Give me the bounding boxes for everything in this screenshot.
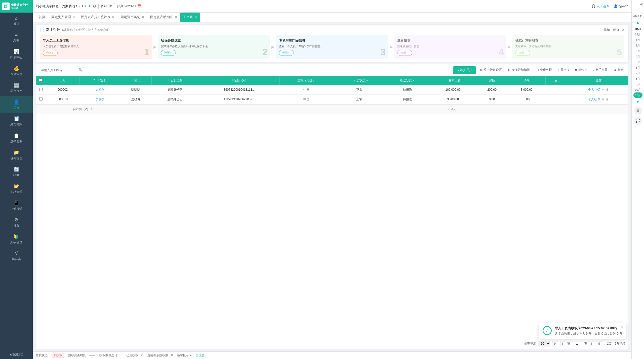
nav-icon-11: 📱 — [14, 200, 19, 206]
month-item-10月[interactable]: 10月 — [633, 87, 642, 92]
tab-工资表[interactable]: 工资表✕ — [180, 13, 200, 22]
consult-link[interactable]: 🎧 人工咨询 — [591, 4, 610, 9]
nav-icon-13: 🔰 — [14, 234, 19, 239]
sidebar-item-发票管理[interactable]: 🧾发票管理 — [0, 113, 33, 130]
next-year-btn[interactable]: ▼ — [636, 99, 640, 104]
sidebar-item-固定资产[interactable]: 🏢固定资产 — [0, 79, 33, 96]
month-item-11月[interactable]: 11月 — [633, 92, 642, 98]
add-account-btn[interactable]: + — [88, 4, 91, 9]
step-btn-1[interactable]: 设置＞ — [161, 50, 176, 56]
tab-close-3[interactable]: ✕ — [142, 15, 144, 19]
month-item-5月[interactable]: 5月 — [633, 59, 642, 65]
tab-固定资产类别[interactable]: 固定资产类别✕ — [117, 13, 147, 22]
special-deduction-btn[interactable]: ⊕ 专项附加扣除 — [506, 67, 532, 73]
tab-固定资产明细账[interactable]: 固定资产明细账✕ — [147, 13, 180, 22]
guide-btn[interactable]: ? 新手引导 — [591, 67, 610, 73]
step-btn-2[interactable]: 查看＞ — [279, 50, 294, 56]
sidebar-item-归档管理[interactable]: 📂归档管理 — [0, 180, 33, 197]
row-name-0[interactable]: 徐泽华 — [79, 85, 120, 95]
go-auth-link[interactable]: 去充值 — [196, 353, 205, 357]
prev-year-btn[interactable]: ▲ — [636, 20, 640, 25]
settings-icon[interactable]: ⚙ — [93, 4, 96, 9]
calendar-icon[interactable]: 📅 — [137, 4, 141, 8]
switch-version-btn[interactable]: 切到旧版 — [98, 3, 115, 9]
refresh-btn[interactable]: ↺ 刷新 — [612, 67, 625, 73]
pagination-bar: 每页显示 10 20 50 ⟨⟨ ⟨ 第 页 ⟩ ⟩⟩ 共1页，2条记录 — [36, 338, 628, 349]
help-link[interactable]: 帮助 — [613, 28, 619, 32]
filter-icon2[interactable]: ▾ — [413, 79, 415, 82]
guide-step-2: 社保参数设置 完成社保参数设置自动计算社保公积金 设置＞ 2 — [158, 35, 270, 59]
sidebar-item-小畅报销[interactable]: 📱小畅报销 — [0, 197, 33, 214]
month-item-9月[interactable]: 9月 — [633, 81, 642, 87]
sidebar-item-总账[interactable]: ≡总账 — [0, 29, 33, 46]
step-btn-3[interactable]: 查看＞ — [397, 50, 412, 56]
sidebar-item-首页[interactable]: ⌂首页 — [0, 13, 33, 29]
export-btn[interactable]: ↑ 导出 ▾ — [556, 67, 571, 73]
col-name: ⇅＊姓名 — [79, 76, 120, 85]
cancel-fixed-btn[interactable]: ◀ 取消固定 — [3, 353, 30, 356]
guide-title: 📄 新手引导 5步快速完成设置，快去完善信息吧～ 视频 帮助 ✕ — [40, 28, 624, 32]
table-footer-row: 合计共（2）人 -- -- -- -- -- -- 103,2... -- --… — [36, 104, 628, 114]
month-item-3月[interactable]: 3月 — [633, 48, 642, 54]
tab-close-2[interactable]: ✕ — [112, 15, 114, 19]
row-name-1[interactable]: 李俊杰 — [79, 94, 120, 104]
month-item-6月[interactable]: 6月 — [633, 65, 642, 70]
guide-steps: 导入员工工资信息 人员信息及工资数据新增导入 导入＞ 1 ▶ 社保参数设置 完成… — [40, 35, 624, 59]
add-person-btn[interactable]: 添加人员 ▾ — [453, 66, 476, 74]
tab-close-1[interactable]: ✕ — [72, 15, 75, 19]
search-icon[interactable]: 🔍 — [78, 68, 83, 72]
filter-icon[interactable]: ▾ — [366, 79, 368, 82]
dropdown-icon[interactable]: ▾ — [84, 4, 86, 8]
month-item-4月[interactable]: 4月 — [633, 54, 642, 59]
sidebar-item-进销台账[interactable]: 📋进销台账 — [0, 130, 33, 147]
tax-declare-btn[interactable]: ☐ 个税申报 — [534, 67, 554, 73]
refresh-icon: ↺ — [614, 68, 616, 72]
month-item-1月[interactable]: 1月 — [633, 37, 642, 43]
social-insurance-btn[interactable]: ⊕ 统一社保设置 — [478, 67, 504, 73]
sidebar-item-报表中心[interactable]: 📊报表中心 — [0, 46, 33, 63]
operation-btn[interactable]: ≡ 操作 ▾ — [573, 67, 589, 73]
tab-固定资产管理[interactable]: 固定资产管理✕ — [48, 13, 78, 22]
toast-close-btn[interactable]: ✕ — [621, 325, 624, 329]
col-nationality: 国籍（地区） — [280, 76, 333, 85]
sidebar-item-设置[interactable]: ⚙设置 — [0, 214, 33, 231]
search-input[interactable] — [39, 67, 84, 73]
sidebar-item-畅会员[interactable]: V畅会员 — [0, 248, 33, 264]
next-page-btn[interactable]: ⟩ — [589, 341, 594, 346]
page-size-select[interactable]: 10 20 50 — [538, 341, 550, 346]
col-checkbox — [36, 76, 46, 85]
select-all-checkbox[interactable] — [39, 78, 42, 82]
sidebar-item-新手引导[interactable]: 🔰新手引导 — [0, 231, 33, 248]
sidebar-item-结账[interactable]: 🔄结账 — [0, 164, 33, 180]
nav-label-9: 结账 — [13, 173, 19, 177]
sidebar-item-资金管理[interactable]: 💰资金管理 — [0, 63, 33, 79]
row-action-0[interactable]: 个人社保 ✏ 🗑 — [569, 85, 628, 95]
expand-panel-btn[interactable]: ◀ — [640, 2, 642, 6]
row-action-1[interactable]: 个人社保 ✏ 🗑 — [569, 94, 628, 104]
toast-title: 导入工资表模板(2023-03-23 15:07:59.897) — [555, 326, 622, 331]
tab-close-5[interactable]: ✕ — [194, 15, 197, 19]
tab-首页[interactable]: 首页 — [36, 13, 48, 22]
month-item-8月[interactable]: 8月 — [633, 76, 642, 81]
month-item-7月[interactable]: 7月 — [633, 70, 642, 76]
month-item-2月[interactable]: 2月 — [633, 43, 642, 48]
month-list: 202312月1月2月3月4月5月6月7月8月9月10月11月 — [633, 26, 642, 98]
sidebar-item-工资[interactable]: 👤工资 — [0, 96, 33, 113]
sidebar-nav: ⌂首页≡总账📊报表中心💰资金管理🏢固定资产👤工资🧾发票管理📋进销台账📁税务管理🔄… — [0, 13, 33, 350]
tab-close-4[interactable]: ✕ — [175, 15, 177, 19]
page-input[interactable] — [572, 341, 582, 346]
sidebar-item-税务管理[interactable]: 📁税务管理 — [0, 147, 33, 164]
chat-panel-icon[interactable]: 💬 — [634, 117, 642, 125]
step-btn-0[interactable]: 导入＞ — [43, 50, 58, 56]
video-link[interactable]: 视频 — [604, 28, 610, 32]
prev-page-btn[interactable]: ⟨ — [560, 341, 565, 346]
month-item-12月[interactable]: 12月 — [633, 32, 642, 37]
row-checkbox-0[interactable] — [36, 85, 46, 95]
last-page-btn[interactable]: ⟩⟩ — [596, 341, 602, 346]
step-btn-4[interactable]: 查看＞ — [515, 50, 530, 56]
row-checkbox-1[interactable] — [36, 94, 46, 104]
first-page-btn[interactable]: ⟨⟨ — [552, 341, 558, 346]
settings-panel-icon[interactable]: ⚙ — [634, 107, 642, 115]
tab-固定资产折旧统计表[interactable]: 固定资产折旧统计表✕ — [78, 13, 117, 22]
guide-close-btn[interactable]: ✕ — [622, 28, 624, 32]
